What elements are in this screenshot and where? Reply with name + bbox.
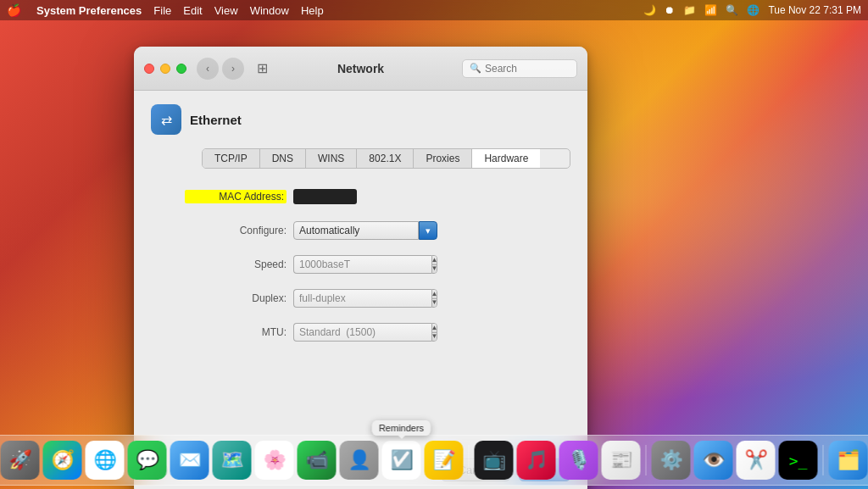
duplex-stepper[interactable]: ▲ ▼ [431,289,437,308]
tab-tcpip[interactable]: TCP/IP [203,149,260,168]
dock-item-appletv[interactable]: 📺 [475,441,514,480]
menubar-folder-icon: 📁 [683,4,696,16]
form-section: MAC Address: Configure: Automatically Sp… [185,186,570,343]
minimize-button[interactable] [160,64,170,74]
dock-item-system-preferences[interactable]: ⚙️ [652,441,691,480]
menubar-help[interactable]: Help [301,4,324,17]
tab-dns[interactable]: DNS [260,149,306,168]
search-input[interactable] [485,63,570,75]
duplex-row: Duplex: ▲ ▼ [185,287,570,309]
dock-separator-3 [823,445,824,475]
dock-item-launchpad[interactable]: 🚀 [1,441,40,480]
menubar-file[interactable]: File [153,4,171,17]
mtu-row: MTU: ▲ ▼ [185,321,570,343]
menubar: 🍎 System Preferences File Edit View Wind… [0,0,868,20]
close-button[interactable] [144,64,154,74]
duplex-input[interactable] [293,289,431,308]
tab-wins[interactable]: WINS [306,149,357,168]
configure-dropdown-arrow[interactable] [419,221,437,240]
menubar-left: 🍎 System Preferences File Edit View Wind… [7,3,324,17]
speed-row: Speed: ▲ ▼ [185,253,570,275]
tab-hardware[interactable]: Hardware [472,149,540,168]
apple-menu-icon[interactable]: 🍎 [7,3,21,17]
menubar-edit[interactable]: Edit [183,4,202,17]
search-icon: 🔍 [470,63,481,74]
back-button[interactable]: ‹ [197,58,219,80]
speed-label: Speed: [185,258,287,270]
menubar-view[interactable]: View [214,4,238,17]
duplex-stepper-down[interactable]: ▼ [432,299,437,308]
mtu-label: MTU: [185,326,287,338]
maximize-button[interactable] [176,64,186,74]
speed-stepper[interactable]: ▲ ▼ [431,255,437,274]
dock-item-script-editor[interactable]: ✂️ [737,441,776,480]
dock-item-files[interactable]: 🗂️ [829,441,868,480]
nav-buttons: ‹ › [197,58,244,80]
dock-item-notes[interactable]: 📝 [425,441,464,480]
menubar-siri-icon[interactable]: 🌐 [747,4,760,16]
configure-dropdown[interactable]: Automatically [293,221,437,240]
ethernet-label: Ethernet [190,113,242,127]
tab-proxies[interactable]: Proxies [414,149,472,168]
dock-item-preview[interactable]: 👁️ [694,441,733,480]
duplex-label: Duplex: [185,292,287,304]
configure-label: Configure: [185,225,287,236]
dock-item-news[interactable]: 📰 [602,441,641,480]
ethernet-header: ⇄ Ethernet [151,104,570,135]
dock-item-podcasts[interactable]: 🎙️ [559,441,598,480]
window-content: ⇄ Ethernet TCP/IP DNS WINS 802.1X Proxie… [134,91,587,447]
duplex-field: ▲ ▼ [293,289,437,308]
duplex-stepper-up[interactable]: ▲ [432,290,437,299]
mac-address-value [293,189,357,204]
dock-item-mail[interactable]: ✉️ [170,441,209,480]
speed-field: ▲ ▼ [293,255,437,274]
forward-button[interactable]: › [222,58,244,80]
mtu-stepper[interactable]: ▲ ▼ [431,323,437,342]
dock-item-maps[interactable]: 🗺️ [213,441,252,480]
menubar-search-icon[interactable]: 🔍 [726,4,738,16]
tabs-container: TCP/IP DNS WINS 802.1X Proxies Hardware [202,148,570,169]
mtu-stepper-down[interactable]: ▼ [432,333,437,342]
mtu-input[interactable] [293,323,431,342]
dock-item-chrome[interactable]: 🌐 [86,441,125,480]
dock: 😊 🚀 🧭 🌐 💬 ✉️ 🗺️ 🌸 📹 👤 ☑️ Reminders 📝 📺 🎵… [0,435,868,486]
search-box[interactable]: 🔍 [462,59,577,78]
grid-view-button[interactable]: ⊞ [251,58,273,80]
dock-item-music[interactable]: 🎵 [517,441,556,480]
speed-input[interactable] [293,255,431,274]
dock-item-contacts[interactable]: 👤 [340,441,379,480]
window-title: Network [337,62,384,75]
mtu-field: ▲ ▼ [293,323,437,342]
dock-item-reminders[interactable]: ☑️ Reminders [382,441,421,480]
ethernet-arrow-icon: ⇄ [161,112,172,128]
menubar-wifi-icon[interactable]: 📶 [704,4,717,16]
configure-select[interactable]: Automatically [293,221,419,240]
dock-item-photos[interactable]: 🌸 [255,441,294,480]
menubar-app-name[interactable]: System Preferences [36,4,142,17]
dock-item-terminal[interactable]: >_ [779,441,818,480]
mac-address-row: MAC Address: [185,186,570,208]
menubar-record-icon: ⏺ [665,4,675,16]
network-window: ‹ › ⊞ Network 🔍 ⇄ Ethernet TCP/IP DNS WI… [134,47,587,489]
dock-separator-2 [646,445,647,475]
menubar-clock: Tue Nov 22 7:31 PM [768,4,861,16]
dock-item-facetime[interactable]: 📹 [298,441,337,480]
dock-separator-1 [469,445,470,475]
speed-stepper-down[interactable]: ▼ [432,265,437,274]
menubar-right: 🌙 ⏺ 📁 📶 🔍 🌐 Tue Nov 22 7:31 PM [643,4,861,16]
menubar-window[interactable]: Window [250,4,289,17]
dock-item-safari[interactable]: 🧭 [43,441,82,480]
tab-8021x[interactable]: 802.1X [357,149,414,168]
traffic-lights [144,64,186,74]
titlebar: ‹ › ⊞ Network 🔍 [134,47,587,91]
menubar-moon-icon: 🌙 [643,4,656,16]
ethernet-icon: ⇄ [151,104,181,135]
mac-address-label: MAC Address: [185,190,287,203]
dock-item-messages[interactable]: 💬 [128,441,167,480]
speed-stepper-up[interactable]: ▲ [432,256,437,265]
configure-row: Configure: Automatically [185,219,570,242]
mtu-stepper-up[interactable]: ▲ [432,324,437,333]
